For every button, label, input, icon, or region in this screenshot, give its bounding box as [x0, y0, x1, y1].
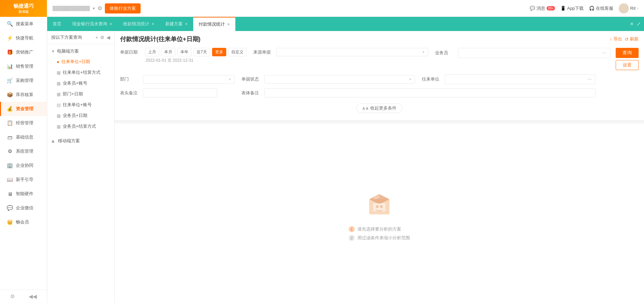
salesman-select[interactable]: ··· — [458, 48, 610, 58]
sidebar-ops-label: 经营管理 — [16, 120, 33, 126]
member-icon: 👑 — [6, 219, 13, 225]
scheme-item-salesman-acct[interactable]: ▦ 业务员+账号 — [47, 78, 114, 89]
guide-icon: 📖 — [6, 177, 13, 183]
sidebar: 畅捷通巧 标准版 🔍 搜索菜单 ⚡ 快捷导航 🎁 营销推广 📊 销售管理 🛒 采… — [0, 0, 47, 303]
tab-payment[interactable]: 付款情况统计 ✕ — [193, 17, 235, 31]
tab-receipt-close-icon[interactable]: ✕ — [151, 22, 154, 26]
sidebar-hardware-label: 智能硬件 — [16, 191, 33, 197]
enterprise-icon: 🏢 — [6, 162, 13, 169]
scheme-item-wl-acct[interactable]: ▤ 往来单位+账号 — [47, 99, 114, 110]
tab-receipt[interactable]: 收款情况统计 ✕ — [118, 17, 160, 31]
sidebar-item-inventory[interactable]: 📦 库存核算 — [0, 88, 47, 102]
sidebar-item-funds[interactable]: 💰 资金管理 — [0, 102, 47, 116]
tab-bank[interactable]: 现金银行流水查询 ✕ — [67, 17, 118, 31]
tab-payment-close-icon[interactable]: ✕ — [227, 22, 230, 27]
date-btn-more[interactable]: 更多 — [212, 48, 226, 56]
tab-bank-label: 现金银行流水查询 — [72, 21, 107, 27]
topbar-user[interactable]: Rit ▾ — [619, 3, 639, 13]
sidebar-item-weixin[interactable]: 💬 企业微信 — [0, 201, 47, 215]
sidebar-item-purchase[interactable]: 🛒 采购管理 — [0, 73, 47, 88]
sidebar-item-sales[interactable]: 📊 销售管理 — [0, 59, 47, 73]
date-btn-thismonth[interactable]: 本月 — [161, 48, 175, 56]
app-logo: 畅捷通巧 标准版 — [0, 0, 47, 17]
scheme-group-mobile-title[interactable]: ▶ 移动端方案 — [47, 136, 114, 146]
status-select[interactable]: ▾ — [264, 75, 415, 84]
scheme-item-salesman-settle-label: 业务员+结算方式 — [63, 123, 96, 129]
scheme-group-desktop-title[interactable]: ▼ 电脑端方案 — [47, 46, 114, 56]
avatar — [619, 3, 629, 13]
collapse-label: 收起更多条件 — [370, 105, 397, 111]
scheme-item-salesman-acct-icon: ▦ — [57, 81, 61, 86]
sidebar-item-base[interactable]: 🗃 基础信息 — [0, 130, 47, 144]
topbar-gear-icon[interactable]: ⚙ — [97, 5, 102, 11]
tab-bank-close-icon[interactable]: ✕ — [109, 22, 112, 26]
tabs-expand-icon[interactable]: ⤢ — [637, 21, 641, 27]
scheme-item-wl-acct-label: 往来单位+账号 — [63, 102, 92, 108]
sidebar-item-system[interactable]: ⚙ 系统管理 — [0, 144, 47, 158]
topbar-appdownload[interactable]: 📱 App下载 — [560, 5, 584, 11]
sidebar-footer-collapse-icon[interactable]: ◀◀ — [29, 293, 37, 300]
refresh-button[interactable]: ↺ 刷新 — [625, 36, 639, 42]
scheme-item-wl-settle[interactable]: ▦ 往来单位+结算方式 — [47, 67, 114, 78]
collapse-button[interactable]: ∧∧ 收起更多条件 — [356, 103, 402, 113]
status-chevron-icon: ▾ — [409, 77, 411, 82]
ops-icon: 📋 — [6, 120, 13, 126]
counterparty-select[interactable]: ··· — [445, 74, 595, 84]
source-select[interactable]: ▾ — [276, 48, 429, 56]
sidebar-footer-settings-icon[interactable]: ⚙ — [10, 293, 15, 300]
date-btn-7days[interactable]: 近7天 — [194, 48, 210, 56]
topbar-messages-label: 消息 — [536, 5, 545, 11]
export-button[interactable]: ↑ 导出 — [610, 36, 622, 42]
scheme-group-desktop-label: 电脑端方案 — [57, 48, 79, 54]
scheme-collapse-icon[interactable]: ◀ — [107, 35, 110, 40]
date-btn-custom[interactable]: 自定义 — [228, 48, 246, 56]
sidebar-item-member[interactable]: 👑 畅会员 — [0, 215, 47, 229]
sidebar-item-search[interactable]: 🔍 搜索菜单 — [0, 17, 47, 31]
sidebar-item-guide[interactable]: 📖 新手引导 — [0, 173, 47, 187]
scheme-group-mobile-label: 移动端方案 — [58, 138, 80, 144]
header-note-input[interactable] — [143, 88, 217, 97]
page-title-row: 付款情况统计(往来单位+日期) ↑ 导出 ↺ 刷新 — [120, 35, 639, 43]
sidebar-item-marketing[interactable]: 🎁 营销推广 — [0, 45, 47, 59]
tabs-close-all-icon[interactable]: ✕ — [630, 21, 634, 27]
scheme-add-icon[interactable]: + — [95, 35, 98, 40]
dept-select[interactable]: ▾ — [143, 75, 235, 84]
scheme-group-mobile: ▶ 移动端方案 — [47, 134, 114, 148]
date-btn-thisyear[interactable]: 本年 — [177, 48, 192, 56]
page-title: 付款情况统计(往来单位+日期) — [120, 35, 201, 43]
topbar-left: ████████████ ▾ ⚙ 体验行业方案 — [53, 3, 141, 13]
sidebar-guide-label: 新手引导 — [16, 177, 33, 183]
sidebar-item-enterprise[interactable]: 🏢 企业协同 — [0, 158, 47, 173]
tip-text-1: 请先选择要分析的方案 — [357, 226, 401, 232]
sidebar-item-hardware[interactable]: 🖥 智能硬件 — [0, 187, 47, 201]
messages-badge: 99+ — [547, 6, 555, 10]
topbar-scheme-arrow-icon[interactable]: ▾ — [93, 6, 95, 11]
topbar-messages[interactable]: 💬 消息 99+ — [530, 5, 555, 11]
tabs-actions: ✕ ⤢ — [626, 21, 644, 27]
scheme-settings-icon[interactable]: ⚙ — [100, 35, 105, 40]
base-icon: 🗃 — [6, 134, 13, 140]
tab-home[interactable]: 首页 — [47, 17, 67, 31]
tab-new-close-icon[interactable]: ✕ — [185, 22, 188, 26]
counterparty-dots-icon[interactable]: ··· — [587, 76, 592, 82]
sidebar-item-ops[interactable]: 📋 经营管理 — [0, 116, 47, 130]
refresh-label: 刷新 — [630, 36, 639, 42]
scheme-item-dept-date[interactable]: ▦ 部门+日期 — [47, 89, 114, 99]
tab-new[interactable]: 新建方案 ✕ — [160, 17, 193, 31]
date-btn-lastmonth[interactable]: 上月 — [145, 48, 159, 56]
sidebar-item-quicknav[interactable]: ⚡ 快捷导航 — [0, 31, 47, 45]
sidebar-nav: 🔍 搜索菜单 ⚡ 快捷导航 🎁 营销推广 📊 销售管理 🛒 采购管理 📦 库存核… — [0, 17, 47, 290]
refresh-icon: ↺ — [625, 37, 628, 42]
body-note-input[interactable] — [264, 88, 595, 97]
scheme-item-salesman-settle[interactable]: ▦ 业务员+结算方式 — [47, 121, 114, 132]
scheme-item-wl-date[interactable]: ● 往来单位+日期 — [47, 56, 114, 67]
query-button[interactable]: 查询 — [616, 48, 639, 58]
salesman-dots-icon[interactable]: ··· — [602, 50, 607, 56]
trial-button[interactable]: 体验行业方案 — [105, 3, 141, 13]
scheme-item-salesman-date[interactable]: ▦ 业务员+日期 — [47, 110, 114, 121]
settings-button[interactable]: 设置 — [616, 60, 639, 70]
empty-svg — [359, 186, 400, 219]
hardware-icon: 🖥 — [6, 191, 13, 197]
scheme-panel: 按以下方案查询 + ⚙ ◀ ▼ 电脑端方案 ● 往来单位+日期 ▦ — [47, 31, 115, 303]
topbar-support[interactable]: 🎧 在线客服 — [589, 5, 613, 11]
